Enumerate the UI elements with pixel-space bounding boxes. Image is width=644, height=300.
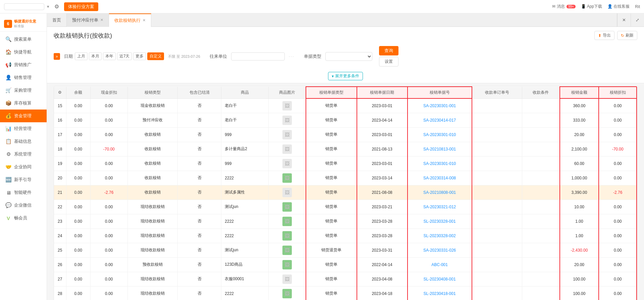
sidebar-item-label: 资金管理 — [14, 113, 32, 119]
write-off-no-link[interactable]: SA-20230314-008 — [423, 176, 456, 180]
th-write-off-amount: 核销金额 — [560, 87, 599, 98]
td-write-off-bill-type: 销货单 — [306, 156, 357, 171]
filter-dots: ··· — [289, 54, 294, 59]
td-write-off-bill-type: 销货单 — [306, 286, 357, 300]
sidebar-item-operation[interactable]: 📊 经营管理 — [0, 122, 47, 135]
write-off-no-link[interactable]: SL-20230418-001 — [424, 291, 456, 296]
td-balance: 0.00 — [66, 243, 90, 257]
tab-prepay-close[interactable]: ✕ — [100, 18, 103, 22]
table-row: 22 0.00 0.00 现结收款核销 否 测试jun 🖼 销货单 2023-0… — [54, 200, 637, 214]
solution-button[interactable]: 体验行业方案 — [64, 2, 98, 11]
app-download[interactable]: 📱 App下载 — [581, 4, 602, 9]
sidebar-item-wechat[interactable]: 💬 企业微信 — [0, 199, 47, 212]
td-write-off-no: SL-20230328-002 — [408, 228, 472, 243]
write-off-no-link[interactable]: SA-20210808-001 — [423, 190, 456, 195]
write-off-no-link[interactable]: SA-20210813-001 — [423, 147, 456, 152]
td-write-off-discount: -2.76 — [599, 185, 637, 200]
table-wrap: ⚙ 余额 现金折扣 核销类型 包含已结清 商品 商品图片 核销单据类型 核销单据… — [54, 86, 637, 300]
table-container: ⚙ 余额 现金折扣 核销类型 包含已结清 商品 商品图片 核销单据类型 核销单据… — [47, 83, 644, 300]
write-off-no-link[interactable]: SA-20230301-001 — [423, 103, 456, 108]
expand-row: ▾ 展开更多条件 — [54, 70, 637, 83]
write-off-no-link[interactable]: SL-20230408-001 — [424, 277, 456, 282]
expand-arrow-btn[interactable]: » — [54, 53, 60, 60]
tab-prepay[interactable]: 预付冲应付单 ✕ — [67, 13, 109, 27]
td-receipt-order-no — [472, 272, 522, 286]
th-goods-img: 商品图片 — [269, 87, 306, 98]
write-off-no-link[interactable]: SL-20230328-001 — [424, 219, 456, 224]
date-btn-this-month[interactable]: 本月 — [89, 52, 102, 60]
td-write-off-date: 2023-03-01 — [357, 156, 408, 171]
sidebar-item-finance[interactable]: 💰 资金管理 — [0, 110, 47, 122]
date-btn-7days[interactable]: 近7天 — [117, 52, 132, 60]
td-write-off-type: 现金收款核销 — [127, 98, 177, 113]
td-goods: 测试多属性 — [221, 185, 269, 200]
td-write-off-discount: 0.00 — [599, 113, 637, 127]
goods-image: 🖼 — [282, 159, 292, 168]
sidebar-item-collab[interactable]: 🤝 企业协同 — [0, 161, 47, 173]
table-header-row: ⚙ 余额 现金折扣 核销类型 包含已结清 商品 商品图片 核销单据类型 核销单据… — [54, 87, 637, 98]
receipt-type-label: 单据类型 — [304, 53, 321, 59]
online-service[interactable]: 👤 在线客服 — [607, 4, 630, 9]
write-off-no-link[interactable]: SA-20230301-010 — [423, 132, 456, 137]
td-write-off-amount: 20.00 — [560, 257, 599, 272]
sidebar-item-basic[interactable]: 📋 基础信息 — [0, 135, 47, 148]
td-write-off-amount: 1,000.00 — [560, 171, 599, 185]
tab-collection[interactable]: 收款核销执行 ✕ — [109, 13, 151, 27]
sidebar-item-guide[interactable]: 🆕 新手引导 — [0, 173, 47, 186]
refresh-button[interactable]: ↻ 刷新 — [617, 31, 637, 40]
td-receipt-order-no — [472, 243, 522, 257]
sidebar-item-inventory[interactable]: 📦 库存核算 — [0, 97, 47, 110]
message-item[interactable]: ✉ 消息 99+ — [552, 4, 576, 9]
sidebar-item-quicknav[interactable]: 🏠 快捷导航 — [0, 46, 47, 58]
date-btn-custom[interactable]: 自定义 — [147, 52, 164, 60]
gear-button[interactable]: ⚙ — [52, 2, 61, 11]
table-row: 23 0.00 0.00 现结收款核销 否 2222 🖼 销货单 2023-03… — [54, 214, 637, 228]
td-write-off-date: 2023-04-14 — [357, 113, 408, 127]
write-off-no-link[interactable]: SL-20230328-002 — [424, 233, 456, 238]
write-off-no-link[interactable]: SA-20230301-010 — [423, 161, 456, 166]
td-write-off-amount: 20.00 — [560, 127, 599, 142]
write-off-no-link[interactable]: SA-20230321-012 — [423, 205, 456, 209]
receipt-type-select[interactable] — [325, 52, 372, 61]
td-include-settled: 否 — [178, 127, 221, 142]
sidebar-item-label: 新手引导 — [14, 177, 32, 183]
td-no: 26 — [54, 257, 66, 272]
tab-home[interactable]: 首页 — [47, 13, 67, 27]
date-btn-this-year[interactable]: 本年 — [103, 52, 116, 60]
export-button[interactable]: ⬆ 导出 — [594, 31, 614, 40]
sidebar-item-purchase[interactable]: 🛒 采购管理 — [0, 84, 47, 97]
goods-image: 🖼 — [282, 246, 292, 255]
td-write-off-no: ABC-001 — [408, 257, 472, 272]
tab-expand-btn[interactable]: ⤢ — [631, 13, 644, 27]
query-button[interactable]: 查询 — [379, 46, 398, 55]
sidebar-item-hardware[interactable]: 🖥 智能硬件 — [0, 186, 47, 199]
tab-close-btn[interactable]: ✕ — [617, 13, 631, 27]
from-unit-input[interactable] — [231, 52, 285, 60]
expand-more-btn[interactable]: ▾ 展开更多条件 — [328, 72, 363, 80]
filter-action-group: 查询 设置 — [379, 46, 398, 67]
write-off-no-link[interactable]: SA-20230414-017 — [423, 118, 456, 123]
write-off-no-link[interactable]: SA-20230331-026 — [423, 248, 456, 253]
sidebar-item-search[interactable]: 🔍 搜索菜单 — [0, 33, 47, 46]
td-no: 28 — [54, 286, 66, 300]
td-goods-img: 🖼 — [269, 156, 306, 171]
table-row: 27 0.00 0.00 现结收款核销 否 衣服00001 🖼 销货单 2023… — [54, 272, 637, 286]
sidebar-item-marketing[interactable]: 📢 营销推广 — [0, 58, 47, 71]
td-balance: 0.00 — [66, 127, 90, 142]
sidebar-item-system[interactable]: ⚙ 系统管理 — [0, 148, 47, 161]
export-icon: ⬆ — [598, 33, 601, 38]
sidebar-item-member[interactable]: V 畅会员 — [0, 212, 47, 224]
brand-input[interactable] — [4, 3, 44, 10]
write-off-no-link[interactable]: ABC-001 — [431, 262, 448, 267]
guide-icon: 🆕 — [5, 177, 11, 183]
td-no: 27 — [54, 272, 66, 286]
td-receipt-condition — [522, 98, 560, 113]
date-btn-last-month[interactable]: 上月 — [75, 52, 88, 60]
settings-button[interactable]: 设置 — [379, 57, 398, 67]
date-btn-more[interactable]: 更多 — [133, 52, 146, 60]
sidebar-item-sales[interactable]: 👤 销售管理 — [0, 71, 47, 84]
td-goods: 999 — [221, 156, 269, 171]
th-cash-discount: 现金折扣 — [90, 87, 127, 98]
tab-collection-close[interactable]: ✕ — [143, 18, 146, 23]
goods-image: 🖼 — [282, 231, 292, 241]
